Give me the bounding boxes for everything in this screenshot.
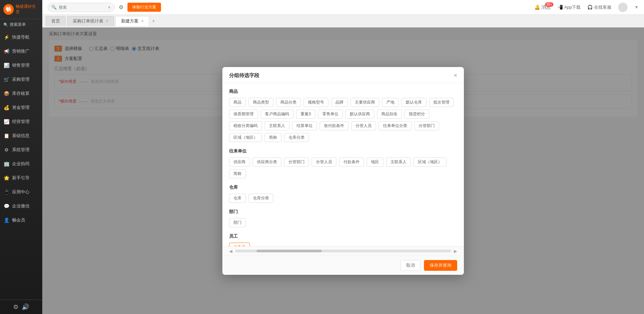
- field-tag[interactable]: 简称: [229, 169, 246, 178]
- purchase-icon: 🛒: [3, 76, 9, 82]
- hscroll-bar[interactable]: [235, 250, 451, 252]
- field-tag[interactable]: 区域（地区）: [229, 133, 262, 142]
- section-goods-title: 商品: [229, 88, 457, 95]
- newbie-icon: 🌟: [3, 175, 9, 181]
- user-avatar[interactable]: [618, 3, 628, 12]
- sidebar-item-app[interactable]: 📱 应用中心: [0, 185, 42, 199]
- section-staff: 员工 业务员: [229, 233, 457, 246]
- speaker-bottom-icon[interactable]: 🔊: [22, 303, 29, 311]
- field-tag[interactable]: 产地: [382, 98, 399, 107]
- sidebar-item-marketing[interactable]: 📢 营销推广: [0, 44, 42, 58]
- sidebar-item-label: 新手引导: [12, 175, 30, 181]
- field-tag-staff[interactable]: 业务员: [229, 243, 250, 246]
- field-tag[interactable]: 商品分类: [276, 98, 301, 107]
- tab-home-label: 首页: [51, 18, 60, 24]
- tab-purchase-stats[interactable]: 采购订单统计表 ×: [67, 16, 114, 26]
- online-service-link[interactable]: 🎧 在线客服: [587, 4, 611, 10]
- sidebar-search[interactable]: 🔍 搜索菜单: [0, 19, 42, 30]
- topbar-search-box[interactable]: 🔍 ▼: [48, 3, 115, 12]
- corp-icon: 🏢: [3, 161, 9, 167]
- system-icon: ⚙: [3, 147, 9, 153]
- field-tag[interactable]: 商品类型: [249, 98, 273, 107]
- field-tag[interactable]: 保质期管理: [229, 110, 258, 119]
- staff-tags: 业务员: [229, 243, 457, 246]
- hscroll-left-btn[interactable]: ◀: [229, 249, 232, 254]
- topbar: 🔍 ▼ ⚙ 体验行业方案 🔔 消息 99+ 📲 App下载 🎧 在线客服 ▼: [42, 0, 644, 15]
- field-tag[interactable]: 批次管理: [429, 98, 454, 107]
- field-tag[interactable]: 仓库: [229, 194, 246, 203]
- settings-bottom-icon[interactable]: ⚙: [13, 303, 18, 311]
- tab-add-btn[interactable]: +: [152, 18, 155, 24]
- hscroll-right-btn[interactable]: ▶: [454, 249, 457, 254]
- user-menu-icon[interactable]: ▼: [634, 5, 639, 10]
- notification-btn[interactable]: 🔔 消息 99+: [534, 4, 551, 10]
- modal-overlay[interactable]: 分组待选字段 × 商品 商品 商品类型 商品分类 规格型号 品牌 主要供应商 产…: [42, 27, 644, 314]
- sidebar-item-label: 企业协同: [12, 161, 30, 167]
- sidebar-item-basic[interactable]: 📋 基础信息: [0, 129, 42, 143]
- field-tag[interactable]: 税收分类编码: [229, 121, 262, 130]
- app-download-link[interactable]: 📲 App下载: [557, 4, 581, 10]
- sidebar-item-member[interactable]: 👤 畅会员: [0, 213, 42, 227]
- goods-tags: 商品 商品类型 商品分类 规格型号 品牌 主要供应商 产地 默认仓库 批次管理 …: [229, 98, 457, 142]
- field-tag[interactable]: 简称: [265, 133, 281, 142]
- field-tag[interactable]: 结算单位: [292, 121, 317, 130]
- field-tag[interactable]: 默认供应商: [345, 110, 374, 119]
- logo-icon: 畅: [3, 4, 14, 15]
- search-input[interactable]: [59, 5, 99, 10]
- field-tag[interactable]: 付款条件: [339, 158, 364, 167]
- tab-new-plan-close[interactable]: ×: [141, 19, 144, 23]
- section-warehouse-title: 仓库: [229, 184, 457, 190]
- tab-home[interactable]: 首页: [46, 16, 66, 26]
- field-tag[interactable]: 区域（地区）: [414, 158, 446, 167]
- sidebar: 畅 畅捷通好生意 🔍 搜索菜单 ⚡ 快捷导航 📢 营销推广 📊 销售管理 🛒 采…: [0, 0, 42, 314]
- field-tag[interactable]: 主联系人: [386, 158, 411, 167]
- sidebar-item-corp[interactable]: 🏢 企业协同: [0, 157, 42, 171]
- field-tag[interactable]: 分管部门: [284, 158, 309, 167]
- field-tag[interactable]: 往来单位分类: [379, 121, 412, 130]
- section-warehouse: 仓库 仓库 仓库分类: [229, 184, 457, 203]
- sidebar-item-sales[interactable]: 📊 销售管理: [0, 58, 42, 72]
- field-tag[interactable]: 主要供应商: [351, 98, 379, 107]
- tab-new-plan[interactable]: 新建方案 ×: [115, 16, 149, 26]
- sidebar-item-quick-nav[interactable]: ⚡ 快捷导航: [0, 30, 42, 44]
- field-tag[interactable]: 拣货积分: [405, 110, 429, 119]
- field-tag[interactable]: 商品: [229, 98, 246, 107]
- field-tag[interactable]: 规格型号: [304, 98, 328, 107]
- main-content: 采购订单统计表方案设置 1 选择模板 汇总表 明细表 交叉统计表 2 方案配置 …: [42, 27, 644, 314]
- search-icon: 🔍: [3, 22, 8, 27]
- sidebar-item-operation[interactable]: 📈 经营管理: [0, 115, 42, 129]
- field-tag[interactable]: 分管人员: [351, 121, 376, 130]
- field-tag[interactable]: 分管部门: [414, 121, 439, 130]
- sidebar-item-newbie[interactable]: 🌟 新手引导: [0, 171, 42, 185]
- field-tag[interactable]: 仓库分类: [249, 194, 273, 203]
- sidebar-item-system[interactable]: ⚙ 系统管理: [0, 143, 42, 157]
- sidebar-item-finance[interactable]: 💰 资金管理: [0, 101, 42, 115]
- field-tag[interactable]: 品牌: [331, 98, 348, 107]
- tab-purchase-stats-label: 采购订单统计表: [73, 18, 103, 24]
- field-tag[interactable]: 收付款条件: [320, 121, 348, 130]
- sidebar-logo: 畅 畅捷通好生意: [0, 0, 42, 19]
- modal-save-btn[interactable]: 保存并查询: [424, 260, 457, 271]
- trial-btn[interactable]: 体验行业方案: [127, 3, 161, 12]
- field-tag[interactable]: 部门: [229, 218, 246, 227]
- field-tag[interactable]: 供应商: [229, 158, 250, 167]
- sidebar-item-wechat[interactable]: 💬 企业微信: [0, 199, 42, 213]
- field-tag[interactable]: 商品别名: [377, 110, 402, 119]
- sidebar-item-inventory[interactable]: 📦 库存核算: [0, 86, 42, 101]
- sidebar-item-purchase[interactable]: 🛒 采购管理: [0, 72, 42, 86]
- tab-purchase-stats-close[interactable]: ×: [106, 19, 108, 23]
- field-tag[interactable]: 默认仓库: [401, 98, 426, 107]
- modal-cancel-btn[interactable]: 取消: [400, 260, 421, 271]
- wechat-icon: 💬: [3, 203, 9, 209]
- field-tag[interactable]: 客户商品编码: [261, 110, 293, 119]
- topbar-settings-icon[interactable]: ⚙: [119, 4, 123, 10]
- field-tag[interactable]: 供应商分类: [253, 158, 281, 167]
- modal-close-btn[interactable]: ×: [453, 72, 457, 78]
- field-tag[interactable]: 仓库分类: [284, 133, 309, 142]
- quick-nav-icon: ⚡: [3, 34, 9, 40]
- field-tag[interactable]: 重量3: [296, 110, 315, 119]
- field-tag[interactable]: 地区: [367, 158, 383, 167]
- field-tag[interactable]: 分管人员: [312, 158, 336, 167]
- field-tag[interactable]: 零售单位: [318, 110, 343, 119]
- field-tag[interactable]: 主联系人: [265, 121, 289, 130]
